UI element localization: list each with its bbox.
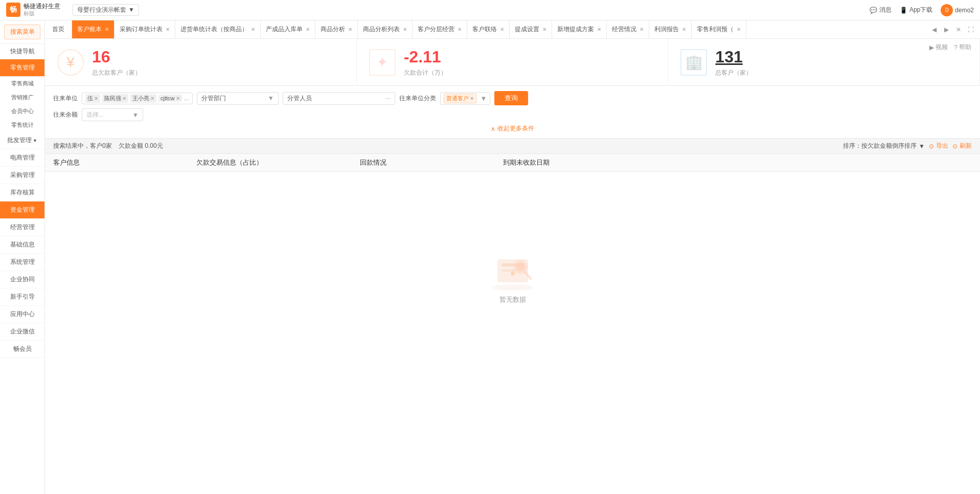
tab-close-all-button[interactable]: ✕ [953, 25, 964, 35]
sidebar-item-chang-member[interactable]: 畅会员 [0, 341, 44, 358]
search-menu-button[interactable]: 搜索菜单 [4, 25, 40, 39]
sidebar-item-member[interactable]: 会员中心 [0, 104, 44, 118]
sidebar-item-inventory[interactable]: 库存核算 [0, 184, 44, 201]
tab-production-inbound[interactable]: 产成品入库单 ✕ [261, 20, 315, 39]
tab-customer-contact[interactable]: 客户联络 ✕ [467, 20, 510, 39]
filter-tag-wang: 王小亮 ✕ [130, 94, 156, 103]
play-icon: ▶ [929, 44, 934, 51]
tag-cjttcw-remove[interactable]: ✕ [176, 96, 180, 101]
dept-select[interactable]: 分管部门 ▼ [197, 92, 279, 105]
user-menu[interactable]: D demo2 [941, 4, 974, 16]
video-label: 视频 [936, 43, 948, 52]
dept-select-label: 分管部门 [201, 94, 226, 103]
tab-close-icon-11[interactable]: ✕ [640, 27, 644, 32]
sidebar-item-retail-management[interactable]: 零售管理 [0, 59, 44, 77]
sidebar-item-marketing[interactable]: 营销推广 [0, 91, 44, 104]
sidebar-item-system[interactable]: 系统管理 [0, 254, 44, 271]
stat-total-content: 131 总客户（家） [715, 47, 752, 77]
tab-customer-layered[interactable]: 客户分层经营 ✕ [413, 20, 467, 39]
table-col-repayment: 回款情况 [360, 158, 503, 167]
sidebar-item-enterprise-wechat-label: 企业微信 [10, 328, 35, 335]
sidebar-item-wholesale-label: 批发管理 [7, 136, 32, 145]
tab-retail-profit-label: 零售利润预（ [697, 25, 734, 34]
refresh-btn[interactable]: ⊙ 刷新 [952, 142, 972, 150]
balance-arrow-icon: ▼ [132, 111, 139, 119]
tab-home[interactable]: 首页 [45, 20, 72, 39]
person-input[interactable]: 分管人员 ··· [283, 92, 395, 105]
sort-label: 排序：按欠款金额倒序排序 [843, 142, 917, 150]
tab-close-icon-12[interactable]: ✕ [682, 27, 686, 32]
sidebar-item-app-center[interactable]: 应用中心 [0, 306, 44, 323]
tab-retail-profit[interactable]: 零售利润预（ ✕ [692, 20, 746, 39]
sidebar-item-enterprise-collab[interactable]: 企业协同 [0, 271, 44, 288]
help-btn[interactable]: ? 帮助 [954, 43, 971, 52]
quick-nav-button[interactable]: 快捷导航 [0, 44, 44, 59]
workspace-selector[interactable]: 母婴行业演示帐套 ▼ [73, 4, 139, 16]
sidebar-item-wholesale[interactable]: 批发管理 ▼ [0, 132, 44, 149]
phone-icon: 📱 [900, 7, 907, 14]
tag-wang-remove[interactable]: ✕ [150, 96, 154, 101]
tab-close-icon-7[interactable]: ✕ [458, 27, 462, 32]
tab-close-icon-8[interactable]: ✕ [500, 27, 504, 32]
tab-close-icon[interactable]: ✕ [105, 27, 109, 32]
sidebar-item-retail-stats[interactable]: 零售统计 [0, 118, 44, 132]
result-bar: 搜索结果中，客户0家 欠款金额 0.00元 排序：按欠款金额倒序排序 ▼ ⊙ 导… [45, 139, 980, 154]
tab-product-analysis-list[interactable]: 商品分析列表 ✕ [358, 20, 413, 39]
tab-close-icon-9[interactable]: ✕ [542, 27, 546, 32]
collapse-btn[interactable]: ∧ 收起更多条件 [53, 124, 972, 133]
tab-operation-status[interactable]: 经营情况 ✕ [607, 20, 649, 39]
message-icon: 💬 [870, 7, 877, 14]
stats-bar: ¥ 16 总欠款客户（家） ✦ -2.11 欠款合计（万） [45, 39, 980, 86]
tab-customer-ledger[interactable]: 客户账本 ✕ [72, 20, 115, 39]
tab-close-icon-6[interactable]: ✕ [403, 27, 407, 32]
tab-profit-report[interactable]: 利润报告 ✕ [649, 20, 692, 39]
sidebar-item-enterprise-wechat[interactable]: 企业微信 [0, 323, 44, 341]
tab-fullscreen-button[interactable]: ⛶ [966, 25, 976, 35]
total-label: 总客户（家） [715, 69, 752, 77]
export-icon: ⊙ [929, 143, 934, 150]
top-bar: 畅 畅捷通好生意 标版 母婴行业演示帐套 ▼ 💬 消息 📱 App下载 D de… [0, 0, 980, 20]
tab-purchase-order-stats[interactable]: 采购订单统计表 ✕ [115, 20, 175, 39]
tab-goods-inbound-stats[interactable]: 进货单统计表（按商品） ✕ [175, 20, 261, 39]
tab-close-icon-10[interactable]: ✕ [597, 27, 601, 32]
unit-class-tag-remove[interactable]: ✕ [470, 96, 474, 101]
stat-debt-bg-icon: ✦ [369, 49, 396, 76]
tab-new-commission-plan[interactable]: 新增提成方案 ✕ [552, 20, 607, 39]
sidebar-item-retail-mall[interactable]: 零售商城 [0, 77, 44, 91]
tab-product-analysis[interactable]: 商品分析 ✕ [315, 20, 358, 39]
tab-prev-button[interactable]: ◀ [929, 25, 939, 35]
sidebar-item-newcomer[interactable]: 新手引导 [0, 288, 44, 306]
export-btn[interactable]: ⊙ 导出 [929, 142, 948, 150]
query-button[interactable]: 查询 [494, 91, 528, 105]
message-btn[interactable]: 💬 消息 [870, 6, 892, 14]
sidebar-item-ecommerce[interactable]: 电商管理 [0, 149, 44, 167]
balance-select[interactable]: 选择... ▼ [82, 108, 143, 121]
tab-close-icon-13[interactable]: ✕ [737, 27, 741, 32]
table-col-debt-info: 欠款交易信息（占比） [196, 158, 360, 167]
filter-more-btn[interactable]: ... [184, 95, 189, 102]
debt-label: 欠款合计（万） [404, 69, 447, 77]
tab-operation-status-label: 经营情况 [612, 25, 636, 34]
app-download-btn[interactable]: 📱 App下载 [900, 6, 932, 14]
sort-selector[interactable]: 排序：按欠款金额倒序排序 ▼ [843, 142, 925, 150]
person-more-icon: ··· [385, 95, 391, 102]
tag-wu-remove[interactable]: ✕ [94, 96, 98, 101]
sidebar: 搜索菜单 快捷导航 零售管理 零售商城 营销推广 会员中心 零售统计 批发管理 … [0, 20, 45, 494]
tab-close-icon-2[interactable]: ✕ [166, 27, 170, 32]
logo-title: 畅捷通好生意 [24, 3, 60, 10]
sidebar-item-basic-info[interactable]: 基础信息 [0, 236, 44, 254]
tag-chen-remove[interactable]: ✕ [122, 96, 126, 101]
result-info: 搜索结果中，客户0家 欠款金额 0.00元 [53, 142, 163, 150]
video-help-btn[interactable]: ▶ 视频 [929, 43, 948, 52]
tag-chen-label: 陈民强 [104, 95, 121, 102]
tab-next-button[interactable]: ▶ [941, 25, 951, 35]
tab-goods-inbound-stats-label: 进货单统计表（按商品） [180, 25, 248, 34]
tab-commission-settings[interactable]: 提成设置 ✕ [510, 20, 552, 39]
tab-close-icon-3[interactable]: ✕ [251, 27, 255, 32]
tab-close-icon-4[interactable]: ✕ [306, 27, 310, 32]
sidebar-item-purchase[interactable]: 采购管理 [0, 167, 44, 184]
tab-close-icon-5[interactable]: ✕ [348, 27, 352, 32]
sidebar-item-capital[interactable]: 资金管理 [0, 201, 44, 219]
sidebar-item-operations[interactable]: 经营管理 [0, 219, 44, 236]
stat-debt-content: -2.11 欠款合计（万） [404, 47, 447, 77]
